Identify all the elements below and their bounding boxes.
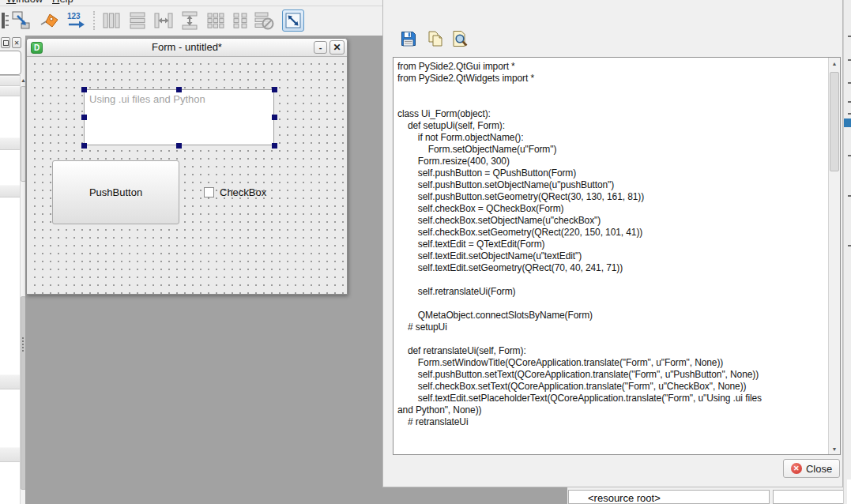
code-view[interactable]: from PySide2.QtGui import * from PySide2…: [393, 57, 841, 455]
textedit-widget[interactable]: Using .ui files and Python: [84, 89, 274, 145]
dialog-close-button[interactable]: ✕ Close: [783, 459, 840, 478]
dock-float-button[interactable]: [1, 37, 10, 48]
save-icon[interactable]: [400, 30, 417, 47]
layout-vertical-splitter-icon[interactable]: [179, 10, 200, 31]
resource-root-item[interactable]: <resource root>: [588, 492, 661, 504]
widget-box-category[interactable]: [0, 374, 20, 389]
layout-horizontal-splitter-icon[interactable]: [153, 10, 174, 31]
close-circle-icon: ✕: [791, 463, 802, 474]
bottom-dock-strip: <resource root>: [567, 487, 851, 504]
selection-handle[interactable]: [176, 143, 182, 149]
pushbutton-label: PushButton: [89, 186, 142, 198]
minimize-icon: -: [319, 43, 322, 52]
panel-fragment: [847, 480, 851, 504]
close-icon: ✕: [333, 42, 341, 53]
svg-text:123: 123: [67, 12, 81, 21]
float-icon: [3, 40, 9, 46]
code-scrollbar[interactable]: ▲ ▼: [828, 58, 840, 454]
layout-vertically-icon[interactable]: [127, 10, 148, 31]
menu-help[interactable]: Help: [52, 0, 73, 5]
widget-box-category[interactable]: [0, 86, 20, 96]
layout-grid-icon[interactable]: [205, 10, 226, 31]
widget-box-dock: ✕ ▲: [0, 36, 25, 504]
scroll-up-icon[interactable]: ▲: [829, 58, 840, 69]
main-toolbar: 123: [0, 6, 382, 36]
qt-designer-window: Window Help 123: [0, 0, 851, 504]
close-button-label: Close: [806, 463, 832, 475]
widget-filter-input[interactable]: [0, 51, 21, 75]
edit-widgets-icon[interactable]: [0, 10, 9, 31]
pushbutton-widget[interactable]: PushButton: [52, 160, 179, 224]
dock-close-button[interactable]: ✕: [12, 37, 21, 48]
adjust-size-icon[interactable]: [282, 9, 304, 32]
selection-handle[interactable]: [81, 87, 87, 92]
toolbar-separator: [93, 11, 95, 30]
resource-browser-panel[interactable]: <resource root>: [568, 490, 770, 504]
widget-box-scrollbar[interactable]: ▲: [20, 75, 25, 504]
widget-box-category[interactable]: [0, 185, 20, 197]
edit-signals-slots-icon[interactable]: [11, 10, 32, 31]
widget-box-list[interactable]: [0, 75, 20, 504]
selection-handle[interactable]: [176, 87, 182, 92]
selection-handle[interactable]: [272, 143, 277, 149]
checkbox-box-icon[interactable]: [204, 187, 214, 197]
selection-handle[interactable]: [272, 115, 277, 120]
break-layout-icon[interactable]: [254, 10, 274, 31]
selection-handle[interactable]: [81, 115, 87, 120]
close-icon: ✕: [14, 39, 20, 47]
form-window-title: Form - untitled*: [27, 41, 347, 53]
widget-box-category[interactable]: [0, 76, 20, 86]
form-canvas[interactable]: Using .ui files and Python PushButton Ch…: [28, 57, 347, 294]
form-minimize-button[interactable]: -: [314, 41, 327, 54]
code-text: from PySide2.QtGui import * from PySide2…: [397, 61, 762, 428]
copy-icon[interactable]: [427, 30, 444, 47]
layout-form-icon[interactable]: [231, 10, 251, 31]
selection-handle[interactable]: [272, 87, 277, 92]
selected-tree-item[interactable]: [844, 118, 851, 127]
scrollbar-thumb[interactable]: [830, 72, 839, 171]
checkbox-widget[interactable]: CheckBox: [202, 176, 282, 209]
find-icon[interactable]: [451, 30, 469, 47]
textedit-placeholder: Using .ui files and Python: [89, 93, 205, 105]
menu-window[interactable]: Window: [6, 0, 43, 5]
checkbox-label: CheckBox: [220, 186, 266, 198]
widget-box-category[interactable]: [0, 137, 20, 150]
edit-tab-order-icon[interactable]: 123: [66, 10, 86, 31]
selection-handle[interactable]: [81, 143, 87, 149]
edit-buddies-icon[interactable]: [40, 10, 60, 31]
right-dock-sliver: [843, 0, 851, 504]
resource-detail-panel[interactable]: [773, 490, 849, 504]
layout-horizontally-icon[interactable]: [101, 10, 122, 31]
scroll-down-icon[interactable]: ▼: [829, 443, 840, 454]
form-window-titlebar[interactable]: D Form - untitled* - ✕: [27, 39, 347, 57]
form-window: D Form - untitled* - ✕ Using .ui files a…: [26, 38, 348, 295]
code-preview-dialog: from PySide2.QtGui import * from PySide2…: [382, 0, 843, 487]
form-close-button[interactable]: ✕: [329, 40, 345, 55]
widget-box-category[interactable]: [0, 447, 20, 462]
